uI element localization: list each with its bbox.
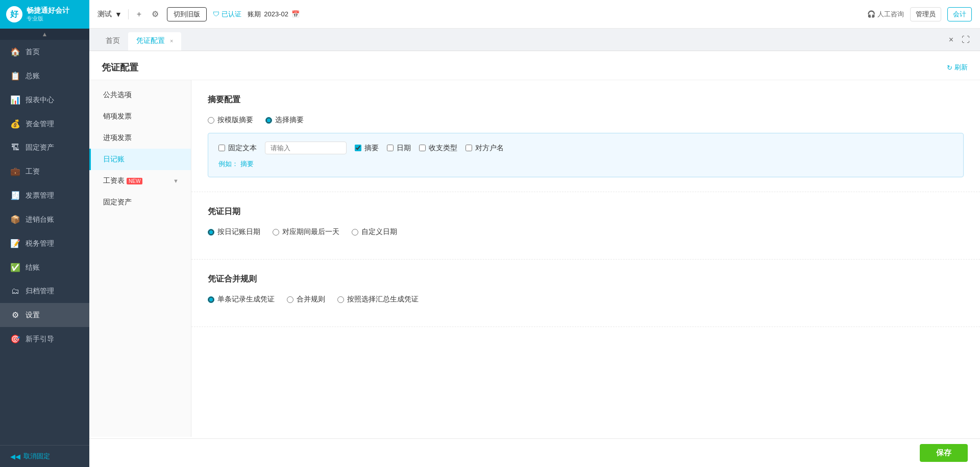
checkbox-summary[interactable]: 摘要 — [355, 144, 379, 153]
close-tab-button[interactable]: × — [947, 33, 955, 46]
sidebar-label-settings: 设置 — [26, 311, 40, 320]
checkbox-counterpart[interactable]: 对方户名 — [465, 144, 504, 153]
voucher-merge-section: 凭证合并规则 单条记录生成凭证 合并规则 — [191, 260, 980, 327]
config-nav-public-options[interactable]: 公共选项 — [89, 84, 191, 106]
logo-sub-text: 专业版 — [27, 15, 69, 22]
voucher-merge-radio-group: 单条记录生成凭证 合并规则 按照选择汇总生成凭证 — [208, 295, 964, 304]
counterpart-checkbox-input[interactable] — [465, 145, 472, 151]
cancel-fixed-button[interactable]: ◀◀ 取消固定 — [0, 445, 89, 467]
sidebar-label-archive: 归档管理 — [26, 287, 54, 296]
closing-icon: ✅ — [10, 263, 20, 272]
switch-old-version-button[interactable]: 切到旧版 — [167, 7, 207, 21]
bottom-bar: 保存 — [89, 438, 980, 467]
tab-close-voucher-config[interactable]: × — [170, 38, 173, 44]
summary-config-box: 固定文本 摘要 日期 — [208, 133, 964, 177]
fixed-text-input[interactable] — [265, 142, 347, 154]
refresh-icon: ↻ — [947, 64, 952, 72]
sidebar-item-beginner-guide[interactable]: 🎯 新手引导 — [0, 327, 89, 351]
radio-select-summary-input[interactable] — [337, 296, 344, 303]
config-nav-purchase-invoice[interactable]: 进项发票 — [89, 127, 191, 149]
config-nav-fixed-assets[interactable]: 固定资产 — [89, 192, 191, 213]
checkbox-income-type[interactable]: 收支类型 — [419, 144, 457, 153]
radio-last-day[interactable]: 对应期间最后一天 — [273, 227, 339, 237]
period-value: 2023-02 — [264, 10, 288, 18]
period-info: 账期 2023-02 📅 — [248, 10, 300, 19]
summary-checkbox-input[interactable] — [355, 145, 361, 151]
settings-button[interactable]: ⚙ — [150, 7, 161, 21]
calendar-icon[interactable]: 📅 — [291, 10, 300, 18]
sidebar-scroll-up-btn[interactable]: ▲ — [0, 29, 89, 40]
sidebar-item-report-center[interactable]: 📊 报表中心 — [0, 88, 89, 112]
example-value: 摘要 — [240, 160, 254, 168]
headset-icon: 🎧 — [867, 10, 875, 18]
page-header: 凭证配置 ↻ 刷新 — [89, 51, 980, 80]
config-nav-payroll[interactable]: 工资表 NEW ▼ — [89, 170, 191, 192]
checkbox-date[interactable]: 日期 — [387, 144, 411, 153]
accountant-button[interactable]: 会计 — [947, 7, 972, 21]
sidebar-label-guide: 新手引导 — [26, 335, 54, 344]
radio-by-journal-input[interactable] — [208, 229, 214, 236]
report-icon: 📊 — [10, 95, 20, 105]
sidebar-item-salary[interactable]: 💼 工资 — [0, 159, 89, 183]
config-nav-sales-invoice[interactable]: 销项发票 — [89, 106, 191, 127]
radio-select-summary-voucher[interactable]: 按照选择汇总生成凭证 — [337, 295, 419, 304]
sidebar-label-closing: 结账 — [26, 263, 40, 272]
add-company-button[interactable]: + — [135, 8, 143, 21]
save-button[interactable]: 保存 — [920, 444, 968, 462]
radio-by-journal-date[interactable]: 按日记账日期 — [208, 227, 260, 237]
sidebar-item-fund-management[interactable]: 💰 资金管理 — [0, 112, 89, 136]
main-area: 测试 ▼ + ⚙ 切到旧版 🛡 已认证 账期 2023-02 📅 🎧 人工咨询 … — [89, 0, 980, 467]
sidebar-item-fixed-assets[interactable]: 🏗 固定资产 — [0, 136, 89, 159]
income-type-checkbox-input[interactable] — [419, 145, 426, 151]
scroll-up-icon[interactable]: ▲ — [42, 31, 48, 38]
radio-template-summary-input[interactable] — [208, 117, 214, 124]
radio-template-label: 按模版摘要 — [217, 115, 253, 125]
sidebar-item-tax[interactable]: 📝 税务管理 — [0, 231, 89, 255]
radio-select-label: 选择摘要 — [275, 115, 304, 125]
radio-single-record[interactable]: 单条记录生成凭证 — [208, 295, 275, 304]
sidebar-item-invoice[interactable]: 🧾 发票管理 — [0, 183, 89, 207]
checkbox-fixed-text[interactable]: 固定文本 — [218, 144, 257, 153]
radio-single-input[interactable] — [208, 296, 214, 303]
tabbar-right-actions: × ⛶ — [947, 33, 972, 46]
sidebar-item-settings[interactable]: ⚙ 设置 — [0, 303, 89, 327]
config-layout: 公共选项 销项发票 进项发票 日记账 工资表 NEW ▼ 固定资产 摘要配置 — [89, 80, 980, 437]
config-main: 摘要配置 按模版摘要 选择摘要 — [191, 80, 980, 437]
ledger-icon: 📋 — [10, 71, 20, 81]
fixed-text-checkbox-input[interactable] — [218, 145, 225, 151]
tabbar: 首页 凭证配置 × × ⛶ — [89, 29, 980, 51]
company-selector[interactable]: 测试 ▼ — [97, 10, 122, 19]
summary-section-title: 摘要配置 — [208, 95, 964, 105]
radio-merge-input[interactable] — [287, 296, 293, 303]
sidebar-item-closing[interactable]: ✅ 结账 — [0, 255, 89, 279]
sidebar-item-home[interactable]: 🏠 首页 — [0, 40, 89, 64]
radio-custom-date[interactable]: 自定义日期 — [352, 227, 397, 237]
config-nav-journal[interactable]: 日记账 — [89, 149, 191, 170]
fullscreen-button[interactable]: ⛶ — [960, 33, 972, 46]
manager-button[interactable]: 管理员 — [910, 7, 941, 21]
certified-badge: 🛡 已认证 — [213, 10, 241, 19]
sidebar-item-purchase-sales[interactable]: 📦 进销台账 — [0, 207, 89, 231]
payroll-chevron-icon: ▼ — [173, 178, 179, 184]
sidebar-item-ledger[interactable]: 📋 总账 — [0, 64, 89, 88]
sidebar: 好 畅捷通好会计 专业版 ▲ 🏠 首页 📋 总账 📊 报表中心 💰 资金管理 🏗… — [0, 0, 89, 467]
radio-merge-rules[interactable]: 合并规则 — [287, 295, 325, 304]
radio-by-journal-label: 按日记账日期 — [217, 227, 260, 237]
tab-voucher-config[interactable]: 凭证配置 × — [128, 32, 181, 51]
sidebar-item-archive[interactable]: 🗂 归档管理 — [0, 279, 89, 303]
refresh-button[interactable]: ↻ 刷新 — [947, 63, 968, 72]
new-badge: NEW — [127, 178, 142, 184]
radio-select-summary-input[interactable] — [265, 117, 272, 124]
tab-home[interactable]: 首页 — [97, 32, 128, 51]
example-label: 例如： — [218, 160, 238, 168]
consult-button[interactable]: 🎧 人工咨询 — [867, 10, 904, 19]
archive-icon: 🗂 — [10, 287, 20, 296]
radio-custom-input[interactable] — [352, 229, 358, 236]
radio-custom-label: 自定义日期 — [361, 227, 397, 237]
radio-select-summary[interactable]: 选择摘要 — [265, 115, 304, 125]
radio-last-day-input[interactable] — [273, 229, 279, 236]
radio-template-summary[interactable]: 按模版摘要 — [208, 115, 253, 125]
config-sidebar: 公共选项 销项发票 进项发票 日记账 工资表 NEW ▼ 固定资产 — [89, 80, 191, 437]
sidebar-label-ledger: 总账 — [26, 72, 40, 81]
date-checkbox-input[interactable] — [387, 145, 394, 151]
